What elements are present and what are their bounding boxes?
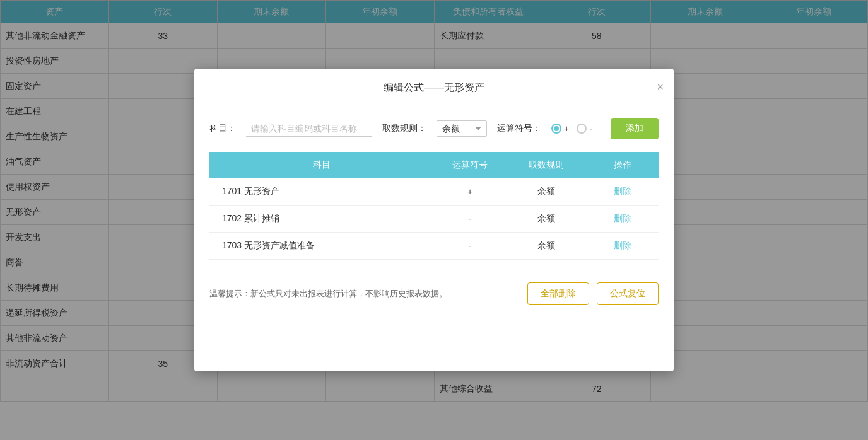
- rule-label: 取数规则：: [382, 123, 426, 134]
- col-action: 操作: [587, 152, 659, 178]
- formula-rule-0: 余额: [506, 178, 587, 206]
- col-operator: 运算符号: [434, 152, 506, 178]
- formula-operator-1: -: [434, 206, 506, 233]
- formula-operator-2: -: [434, 233, 506, 260]
- radio-minus-label: -: [589, 124, 592, 134]
- delete-all-button[interactable]: 全部删除: [527, 282, 589, 305]
- reset-formula-button[interactable]: 公式复位: [597, 282, 659, 305]
- close-button[interactable]: ×: [657, 81, 664, 93]
- radio-plus[interactable]: +: [551, 124, 569, 134]
- dialog-body: 科目： 取数规则： 余额 借方 贷方 运算符号： +: [194, 105, 674, 272]
- dialog-footer: 温馨提示：新公式只对未出报表进行计算，不影响历史报表数据。 全部删除 公式复位: [194, 272, 674, 305]
- formula-row-0: 1701 无形资产+余额删除: [209, 178, 659, 206]
- dialog-header: 编辑公式——无形资产 ×: [194, 69, 674, 105]
- radio-plus-circle: [551, 124, 561, 134]
- subject-input[interactable]: [246, 121, 372, 137]
- delete-link-2[interactable]: 删除: [614, 240, 631, 250]
- subject-label: 科目：: [209, 123, 236, 134]
- rule-select[interactable]: 余额 借方 贷方: [437, 120, 487, 137]
- radio-minus-circle: [577, 124, 587, 134]
- formula-rule-2: 余额: [506, 233, 587, 260]
- dialog-title: 编辑公式——无形资产: [384, 82, 484, 93]
- add-button[interactable]: 添加: [611, 118, 659, 139]
- operator-radio-group: + -: [551, 124, 592, 134]
- formula-action-0: 删除: [587, 178, 659, 206]
- formula-row-2: 1703 无形资产减值准备-余额删除: [209, 233, 659, 260]
- radio-minus[interactable]: -: [577, 124, 592, 134]
- formula-action-1: 删除: [587, 206, 659, 233]
- formula-subject-0: 1701 无形资产: [209, 178, 434, 206]
- col-subject: 科目: [209, 152, 434, 178]
- formula-subject-2: 1703 无形资产减值准备: [209, 233, 434, 260]
- footer-buttons: 全部删除 公式复位: [527, 282, 659, 305]
- modal-overlay: 编辑公式——无形资产 × 科目： 取数规则： 余额 借方 贷方 运算符号：: [0, 0, 868, 440]
- formula-row-1: 1702 累计摊销-余额删除: [209, 206, 659, 233]
- hint-text: 温馨提示：新公式只对未出报表进行计算，不影响历史报表数据。: [209, 288, 447, 299]
- formula-table: 科目 运算符号 取数规则 操作 1701 无形资产+余额删除1702 累计摊销-…: [209, 152, 659, 260]
- formula-action-2: 删除: [587, 233, 659, 260]
- form-row: 科目： 取数规则： 余额 借方 贷方 运算符号： +: [209, 118, 659, 139]
- formula-rule-1: 余额: [506, 206, 587, 233]
- rule-select-wrapper: 余额 借方 贷方: [437, 120, 487, 137]
- delete-link-0[interactable]: 删除: [614, 186, 631, 196]
- formula-subject-1: 1702 累计摊销: [209, 206, 434, 233]
- col-rule: 取数规则: [506, 152, 587, 178]
- edit-formula-dialog: 编辑公式——无形资产 × 科目： 取数规则： 余额 借方 贷方 运算符号：: [194, 69, 674, 371]
- delete-link-1[interactable]: 删除: [614, 213, 631, 223]
- formula-operator-0: +: [434, 178, 506, 206]
- operator-label: 运算符号：: [497, 123, 541, 134]
- radio-plus-label: +: [564, 124, 569, 134]
